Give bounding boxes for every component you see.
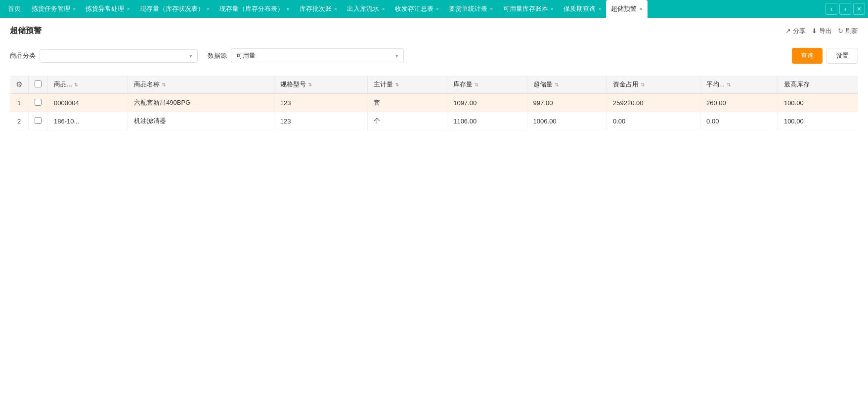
filter-row: 商品分类 ▾ 数据源 可用量 ▾ 查询 设置 <box>10 43 858 69</box>
nav-tab-10[interactable]: 超储预警 × <box>606 0 647 18</box>
title-actions: ↗ 分享 ⬇ 导出 ↻ 刷新 <box>785 27 858 36</box>
sort-icon-capital: ⇅ <box>641 82 645 87</box>
close-tab-9[interactable]: × <box>598 6 601 12</box>
th-max-stock: 最高库存 <box>778 76 858 94</box>
row-num-2: 2 <box>10 112 29 130</box>
nav-tab-4[interactable]: 库存批次账 × <box>295 0 342 18</box>
row-2-avg: 0.00 <box>700 112 778 130</box>
close-tab-4[interactable]: × <box>334 6 337 12</box>
th-unit: 主计量 ⇅ <box>367 76 447 94</box>
nav-tab-1[interactable]: 拣货异常处理 × <box>81 0 134 18</box>
gear-icon[interactable]: ⚙ <box>16 80 22 88</box>
sort-icon-stock: ⇅ <box>475 82 478 87</box>
sort-icon-avg: ⇅ <box>727 82 731 87</box>
commodity-select[interactable]: ▾ <box>40 49 198 63</box>
row-2-product-code: 186-10... <box>48 112 128 130</box>
page-title-bar: 超储预警 ↗ 分享 ⬇ 导出 ↻ 刷新 <box>10 26 858 36</box>
row-2-unit: 个 <box>367 112 447 130</box>
nav-tab-5[interactable]: 出入库流水 × <box>342 0 390 18</box>
nav-arrow-right[interactable]: › <box>839 3 851 15</box>
table-row: 2 186-10... 机油滤清器 123 个 1106.00 1006.00 … <box>10 112 858 130</box>
nav-tab-6[interactable]: 收发存汇总表 × <box>390 0 444 18</box>
share-action[interactable]: ↗ 分享 <box>785 27 806 36</box>
nav-arrow-left[interactable]: ‹ <box>825 3 837 15</box>
row-2-capital: 0.00 <box>607 112 700 130</box>
close-tab-6[interactable]: × <box>436 6 439 12</box>
nav-tab-0[interactable]: 拣货任务管理 × <box>27 0 81 18</box>
query-button[interactable]: 查询 <box>792 48 823 64</box>
sort-icon-name: ⇅ <box>162 82 166 87</box>
close-tab-2[interactable]: × <box>207 6 210 12</box>
th-gear: ⚙ <box>10 76 29 94</box>
refresh-action[interactable]: ↻ 刷新 <box>838 27 858 36</box>
row-checkbox-1 <box>29 94 48 112</box>
share-icon: ↗ <box>785 27 791 35</box>
commodity-filter-group: 商品分类 ▾ <box>10 49 198 63</box>
table-header-row: ⚙ 商品... ⇅ 商品名称 ⇅ <box>10 76 858 94</box>
datasource-value: 可用量 <box>236 51 256 60</box>
filter-btn-group: 查询 设置 <box>792 48 858 64</box>
row-1-capital: 259220.00 <box>607 94 700 112</box>
row-num-1: 1 <box>10 94 29 112</box>
sort-icon-code: ⇅ <box>74 82 78 87</box>
commodity-label: 商品分类 <box>10 51 36 60</box>
close-tab-0[interactable]: × <box>73 6 76 12</box>
close-tab-5[interactable]: × <box>382 6 385 12</box>
commodity-select-text <box>45 52 47 60</box>
nav-tab-3[interactable]: 现存量（库存分布表） × <box>215 0 294 18</box>
th-product-name: 商品名称 ⇅ <box>128 76 274 94</box>
page-content: 超储预警 ↗ 分享 ⬇ 导出 ↻ 刷新 商品分类 ▾ 数据源 <box>0 18 868 138</box>
row-1-spec: 123 <box>274 94 367 112</box>
select-all-checkbox[interactable] <box>35 80 42 87</box>
th-overstock: 超储量 ⇅ <box>527 76 607 94</box>
page-title: 超储预警 <box>10 26 42 36</box>
nav-arrow-close[interactable]: × <box>853 3 865 15</box>
th-checkbox <box>29 76 48 94</box>
datasource-select[interactable]: 可用量 ▾ <box>231 48 404 63</box>
row-1-max-stock: 100.00 <box>778 94 858 112</box>
close-tab-8[interactable]: × <box>551 6 554 12</box>
nav-home[interactable]: 首页 <box>2 4 27 13</box>
refresh-icon: ↻ <box>838 27 843 35</box>
nav-tab-8[interactable]: 可用量库存账本 × <box>498 0 559 18</box>
setting-button[interactable]: 设置 <box>826 48 858 64</box>
row-2-max-stock: 100.00 <box>778 112 858 130</box>
data-table: ⚙ 商品... ⇅ 商品名称 ⇅ <box>10 76 858 130</box>
th-capital: 资金占用 ⇅ <box>607 76 700 94</box>
row-2-stock: 1106.00 <box>447 112 527 130</box>
th-avg: 平均... ⇅ <box>700 76 778 94</box>
sort-icon-overstock: ⇅ <box>555 82 559 87</box>
top-nav: 首页 拣货任务管理 × 拣货异常处理 × 现存量（库存状况表） × 现存量（库存… <box>0 0 868 18</box>
export-action[interactable]: ⬇ 导出 <box>812 27 832 36</box>
row-1-product-code: 0000004 <box>48 94 128 112</box>
nav-arrows: ‹ › × <box>825 3 866 15</box>
row-checkbox-2 <box>29 112 48 130</box>
sort-icon-unit: ⇅ <box>395 82 399 87</box>
datasource-filter-group: 数据源 可用量 ▾ <box>208 48 404 63</box>
close-tab-1[interactable]: × <box>127 6 130 12</box>
row-2-spec: 123 <box>274 112 367 130</box>
row-1-stock: 1097.00 <box>447 94 527 112</box>
row-1-overstock: 997.00 <box>527 94 607 112</box>
row-2-overstock: 1006.00 <box>527 112 607 130</box>
close-tab-10[interactable]: × <box>639 6 642 12</box>
row-2-checkbox[interactable] <box>35 117 42 124</box>
row-1-checkbox[interactable] <box>35 99 42 106</box>
th-stock: 库存量 ⇅ <box>447 76 527 94</box>
close-tab-7[interactable]: × <box>490 6 493 12</box>
export-icon: ⬇ <box>812 27 817 35</box>
datasource-chevron-icon: ▾ <box>395 53 398 59</box>
sort-icon-spec: ⇅ <box>308 82 312 87</box>
nav-tab-7[interactable]: 要货单统计表 × <box>444 0 498 18</box>
nav-tab-9[interactable]: 保质期查询 × <box>559 0 606 18</box>
th-product-code: 商品... ⇅ <box>48 76 128 94</box>
commodity-chevron-icon: ▾ <box>189 53 192 59</box>
datasource-label: 数据源 <box>208 51 227 60</box>
row-1-unit: 套 <box>367 94 447 112</box>
nav-tab-2[interactable]: 现存量（库存状况表） × <box>135 0 215 18</box>
close-tab-3[interactable]: × <box>286 6 289 12</box>
th-spec: 规格型号 ⇅ <box>274 76 367 94</box>
row-2-product-name: 机油滤清器 <box>128 112 274 130</box>
table-row: 1 0000004 六配套新昌490BPG 123 套 1097.00 997.… <box>10 94 858 112</box>
row-1-avg: 260.00 <box>700 94 778 112</box>
